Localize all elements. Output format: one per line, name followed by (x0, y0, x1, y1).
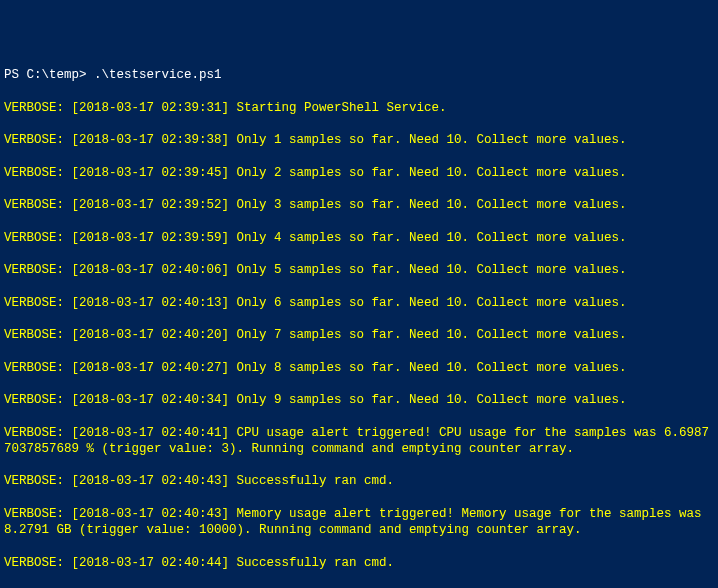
verbose-output-line: VERBOSE: [2018-03-17 02:40:06] Only 5 sa… (4, 262, 714, 278)
verbose-output-line: VERBOSE: [2018-03-17 02:39:45] Only 2 sa… (4, 165, 714, 181)
verbose-output-line: VERBOSE: [2018-03-17 02:40:34] Only 9 sa… (4, 392, 714, 408)
verbose-output-line: VERBOSE: [2018-03-17 02:40:43] Successfu… (4, 473, 714, 489)
verbose-output-line: VERBOSE: [2018-03-17 02:40:41] CPU usage… (4, 425, 714, 458)
verbose-output-line: VERBOSE: [2018-03-17 02:39:38] Only 1 sa… (4, 132, 714, 148)
verbose-output-line: VERBOSE: [2018-03-17 02:40:44] Successfu… (4, 555, 714, 571)
verbose-output-line: VERBOSE: [2018-03-17 02:40:43] Memory us… (4, 506, 714, 539)
verbose-output-line: VERBOSE: [2018-03-17 02:39:59] Only 4 sa… (4, 230, 714, 246)
verbose-output-line: VERBOSE: [2018-03-17 02:40:27] Only 8 sa… (4, 360, 714, 376)
verbose-output-line: VERBOSE: [2018-03-17 02:39:31] Starting … (4, 100, 714, 116)
verbose-output-line: VERBOSE: [2018-03-17 02:39:52] Only 3 sa… (4, 197, 714, 213)
command-prompt-line: PS C:\temp> .\testservice.ps1 (4, 67, 714, 83)
verbose-output-line: VERBOSE: [2018-03-17 02:40:13] Only 6 sa… (4, 295, 714, 311)
verbose-output-line: VERBOSE: [2018-03-17 02:40:20] Only 7 sa… (4, 327, 714, 343)
